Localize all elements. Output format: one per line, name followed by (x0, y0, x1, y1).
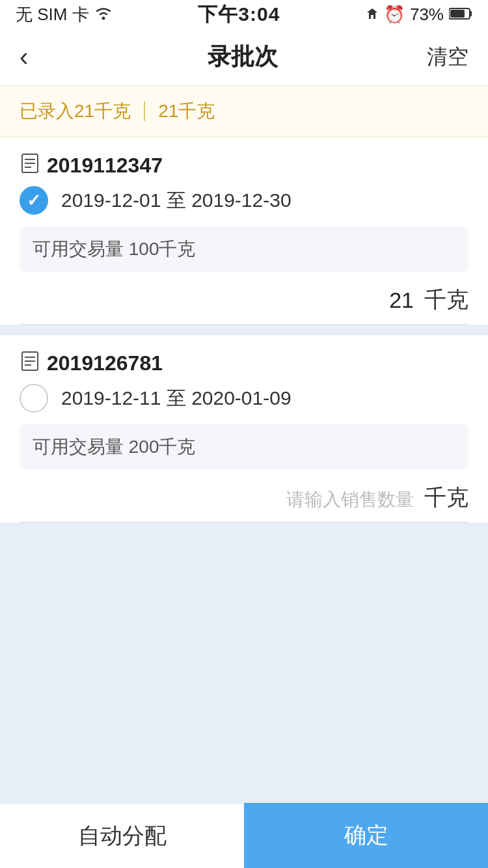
svg-rect-3 (450, 10, 465, 18)
svg-rect-2 (470, 11, 472, 16)
batch-icon-2 (20, 351, 40, 376)
status-right: ⏰ 73% (366, 5, 472, 25)
batch-qty-2: 可用交易量 200千克 (20, 424, 468, 470)
back-button[interactable]: ‹ (20, 42, 59, 72)
qty-unit-1: 千克 (424, 285, 468, 315)
svg-point-0 (102, 16, 105, 20)
wifi-icon (94, 5, 113, 25)
recorded-label: 已录入21千克 (20, 99, 131, 124)
batch-date-2: 2019-12-11 至 2020-01-09 (61, 385, 291, 412)
status-left: 无 SIM 卡 (16, 3, 113, 26)
qty-input-1[interactable] (284, 288, 414, 313)
spacer-area (0, 522, 488, 822)
radio-1[interactable] (20, 186, 48, 215)
qty-row-1: 千克 (0, 272, 488, 324)
location-icon (366, 5, 379, 25)
battery-icon (449, 5, 472, 25)
status-time: 下午3:04 (198, 1, 280, 28)
batch-date-1: 2019-12-01 至 2019-12-30 (61, 187, 291, 214)
info-bar: 已录入21千克 21千克 (0, 86, 488, 137)
clear-button[interactable]: 清空 (427, 43, 468, 72)
alarm-icon: ⏰ (384, 5, 405, 25)
battery-text: 73% (410, 5, 444, 25)
auto-distribute-button[interactable]: 自动分配 (0, 803, 244, 868)
separator-1 (0, 325, 488, 335)
nav-bar: ‹ 录批次 清空 (0, 29, 488, 86)
info-value: 21千克 (158, 99, 215, 124)
qty-input-2[interactable] (284, 485, 414, 511)
batch-id-1: 2019112347 (47, 154, 163, 178)
qty-row-2: 千克 (0, 470, 488, 522)
batch-qty-1: 可用交易量 100千克 (20, 226, 468, 272)
radio-2[interactable] (20, 384, 48, 413)
page-title: 录批次 (208, 41, 278, 73)
confirm-button[interactable]: 确定 (244, 803, 488, 868)
bottom-bar: 自动分配 确定 (0, 803, 488, 868)
batch-id-2: 2019126781 (47, 351, 163, 375)
batch-item-2: 2019126781 2019-12-11 至 2020-01-09 可用交易量… (0, 335, 488, 522)
info-divider (144, 102, 145, 121)
status-bar: 无 SIM 卡 下午3:04 ⏰ 73% (0, 0, 488, 29)
no-sim-text: 无 SIM 卡 (16, 3, 89, 26)
batch-item-1: 2019112347 2019-12-01 至 2019-12-30 可用交易量… (0, 137, 488, 325)
batch-icon-1 (20, 153, 40, 178)
qty-unit-2: 千克 (424, 483, 468, 513)
